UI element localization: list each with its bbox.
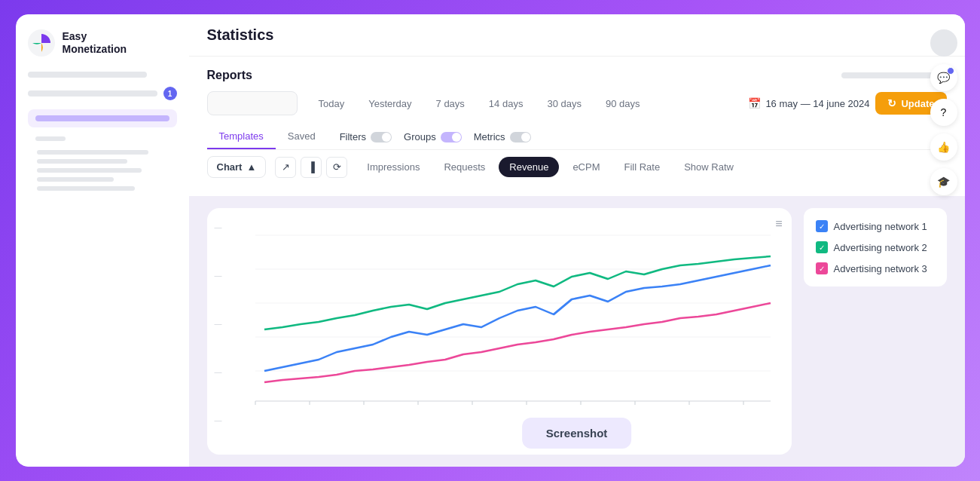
help-icon: ?: [941, 106, 947, 118]
legend-card: ✓ Advertising network 1 ✓ Advertising ne…: [804, 208, 947, 286]
date-btn-30days[interactable]: 30 days: [538, 93, 591, 114]
right-icon-chat[interactable]: 💬: [930, 64, 957, 91]
chart-type-icons: ↗ ▐ ⟳: [275, 157, 347, 178]
legend-item-1: ✓ Advertising network 1: [816, 220, 935, 232]
legend-checkbox-blue[interactable]: ✓: [816, 220, 828, 232]
legend-checkbox-pink[interactable]: ✓: [816, 262, 828, 274]
search-input-box[interactable]: [207, 91, 298, 115]
learn-icon: 🎓: [937, 176, 950, 188]
metrics-toggle[interactable]: [510, 132, 531, 142]
top-bar: Statistics: [189, 14, 965, 57]
main-content: Statistics Reports Today Yesterday 7 day…: [189, 14, 965, 467]
date-btn-7days[interactable]: 7 days: [427, 93, 474, 114]
page-title: Statistics: [207, 26, 274, 43]
sidebar-nav-item-2: 1: [28, 87, 177, 100]
logo-icon: [28, 29, 55, 57]
date-btn-14days[interactable]: 14 days: [480, 93, 533, 114]
sidebar: Easy Monetization 1: [16, 14, 189, 467]
legend-item-2: ✓ Advertising network 2: [816, 241, 935, 253]
refresh-icon: ↻: [887, 97, 896, 109]
sidebar-toggle: [35, 136, 66, 141]
calendar-icon: 📅: [748, 97, 761, 109]
screenshot-btn-container: Screenshot: [522, 418, 632, 449]
y-label-1: —: [215, 416, 222, 424]
metric-tab-fillrate[interactable]: Fill Rate: [614, 157, 671, 177]
metric-tab-impressions[interactable]: Impressions: [356, 157, 430, 177]
legend-label-2: Advertising network 2: [834, 242, 927, 253]
y-label-2: —: [215, 368, 222, 376]
notification-badge: 1: [163, 87, 177, 100]
reports-header: Reports: [207, 69, 947, 82]
app-container: Easy Monetization 1 Statistics: [16, 14, 965, 467]
sub-bar-5: [37, 186, 135, 191]
chart-dropdown[interactable]: Chart ▲: [207, 156, 267, 178]
sub-bar-2: [37, 159, 128, 164]
settings-icon[interactable]: ≡: [775, 217, 782, 231]
sidebar-sub-bars: [28, 150, 177, 191]
logo-area: Easy Monetization: [28, 29, 177, 57]
sidebar-nav-item-1: [28, 72, 147, 78]
logo-name: Easy: [63, 30, 127, 43]
right-icon-avatar: [930, 29, 957, 57]
chart-label: Chart: [217, 161, 243, 173]
groups-label: Groups: [404, 131, 436, 142]
legend-item-3: ✓ Advertising network 3: [816, 262, 935, 274]
screenshot-button[interactable]: Screenshot: [522, 418, 632, 449]
legend-checkbox-green[interactable]: ✓: [816, 241, 828, 253]
filters-toggle[interactable]: [371, 132, 392, 142]
like-icon: 👍: [937, 141, 950, 153]
line-chart-icon[interactable]: ↗: [275, 157, 296, 178]
sub-bar-4: [37, 177, 114, 182]
tabs-filters-row: Templates Saved Filters Groups Metrics: [207, 124, 947, 150]
checkmark-icon-2: ✓: [819, 244, 825, 252]
metrics-row: Chart ▲ ↗ ▐ ⟳ Impressions Requests Reven…: [207, 150, 947, 184]
date-range-text: 16 may — 14 june 2024: [765, 98, 869, 109]
filter-pill-filters: Filters: [340, 131, 392, 142]
chevron-up-icon: ▲: [246, 161, 256, 173]
groups-toggle[interactable]: [441, 132, 462, 142]
filter-pill-metrics: Metrics: [474, 131, 531, 142]
right-icon-like[interactable]: 👍: [930, 133, 957, 161]
tabs-row: Templates Saved: [207, 124, 328, 149]
sidebar-bar-2: [28, 90, 157, 97]
sub-bar-3: [37, 168, 142, 173]
right-icon-learn[interactable]: 🎓: [930, 168, 957, 195]
reports-title: Reports: [207, 69, 252, 82]
sidebar-active-item[interactable]: [28, 109, 177, 127]
metric-tab-ecpm[interactable]: eCPM: [562, 157, 610, 177]
y-axis-labels: — — — — —: [215, 223, 222, 424]
metric-tab-requests[interactable]: Requests: [433, 157, 496, 177]
chart-card: ≡ — — — — —: [207, 208, 792, 455]
date-controls: Today Yesterday 7 days 14 days 30 days 9…: [207, 91, 947, 115]
chat-icon: 💬: [937, 72, 950, 84]
reports-section: Reports Today Yesterday 7 days 14 days 3…: [189, 57, 965, 196]
metric-tab-revenue[interactable]: Revenue: [499, 157, 559, 177]
metrics-label: Metrics: [474, 131, 505, 142]
chart-svg: [219, 220, 780, 416]
filter-pill-groups: Groups: [404, 131, 462, 142]
checkmark-icon-3: ✓: [819, 265, 825, 273]
date-btn-90days[interactable]: 90 days: [597, 93, 649, 114]
tab-saved[interactable]: Saved: [276, 124, 328, 149]
sub-bar-1: [37, 150, 149, 155]
y-label-4: —: [215, 271, 222, 280]
right-icon-help[interactable]: ?: [930, 99, 957, 126]
metric-tab-showratw[interactable]: Show Ratw: [673, 157, 744, 177]
active-bar: [35, 115, 169, 121]
checkmark-icon: ✓: [819, 222, 825, 231]
tab-templates[interactable]: Templates: [207, 124, 276, 149]
legend-label-1: Advertising network 1: [834, 221, 927, 232]
refresh-chart-icon[interactable]: ⟳: [326, 157, 347, 178]
bar-chart-icon[interactable]: ▐: [301, 157, 322, 178]
filter-pills: Filters Groups Metrics: [340, 131, 531, 142]
y-label-3: —: [215, 320, 222, 328]
date-btn-yesterday[interactable]: Yesterday: [359, 93, 420, 114]
logo-name2: Monetization: [63, 43, 127, 56]
filters-label: Filters: [340, 131, 366, 142]
right-icon-panel: 💬 ? 👍 🎓: [930, 29, 957, 195]
date-range: 📅 16 may — 14 june 2024: [748, 97, 869, 109]
date-btn-today[interactable]: Today: [310, 93, 354, 114]
y-label-5: —: [215, 223, 222, 231]
legend-label-3: Advertising network 3: [834, 263, 927, 274]
